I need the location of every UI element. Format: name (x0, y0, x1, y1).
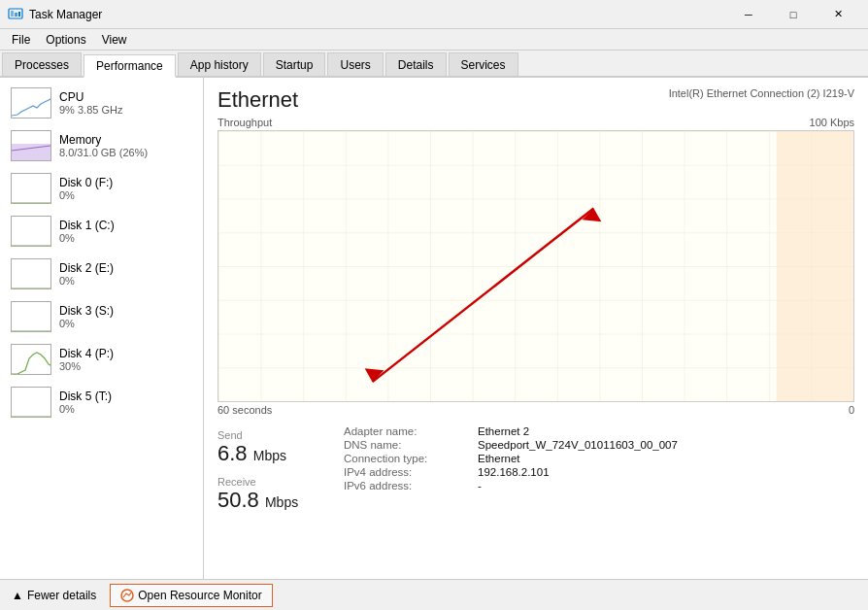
memory-name: Memory (59, 133, 195, 147)
disk3-name: Disk 3 (S:) (59, 304, 195, 318)
graph-label-bottom: 60 seconds 0 (217, 404, 854, 416)
svg-rect-1 (11, 11, 14, 17)
send-stat: Send 6.8 Mbps (217, 429, 315, 466)
menu-options[interactable]: Options (38, 31, 93, 49)
detail-val-dns: Speedport_W_724V_01011603_00_007 (478, 439, 678, 451)
svg-rect-14 (218, 131, 853, 401)
menu-bar: File Options View (0, 29, 868, 51)
tab-services[interactable]: Services (449, 52, 518, 76)
sidebar-item-disk0[interactable]: Disk 0 (F:) 0% (0, 167, 203, 210)
disk0-value: 0% (59, 189, 195, 201)
detail-val-ipv6: - (478, 480, 482, 491)
detail-val-conntype: Ethernet (478, 453, 519, 464)
disk1-value: 0% (59, 232, 195, 244)
detail-ipv4: IPv4 address: 192.168.2.101 (344, 466, 678, 478)
disk1-thumbnail (11, 216, 51, 247)
tab-details[interactable]: Details (385, 52, 447, 76)
open-resource-button[interactable]: Open Resource Monitor (110, 584, 272, 607)
detail-adapter: Adapter name: Ethernet 2 (344, 425, 678, 437)
receive-unit: Mbps (265, 494, 298, 510)
disk5-value: 0% (59, 403, 195, 415)
tab-users[interactable]: Users (327, 52, 383, 76)
disk0-info: Disk 0 (F:) 0% (59, 176, 195, 201)
tab-app-history[interactable]: App history (178, 52, 261, 76)
disk4-info: Disk 4 (P:) 30% (59, 347, 195, 372)
disk0-name: Disk 0 (F:) (59, 176, 195, 189)
memory-thumbnail (11, 130, 51, 161)
svg-rect-8 (12, 217, 51, 247)
bottom-bar: ▲ Fewer details Open Resource Monitor (0, 579, 868, 610)
cpu-thumbnail (11, 87, 51, 119)
sidebar-item-disk3[interactable]: Disk 3 (S:) 0% (0, 295, 203, 338)
detail-ipv6: IPv6 address: - (344, 480, 678, 491)
send-value: 6.8 Mbps (217, 441, 315, 466)
sidebar-item-memory[interactable]: Memory 8.0/31.0 GB (26%) (0, 124, 203, 167)
graph-container: Throughput 100 Kbps (217, 117, 854, 416)
sidebar-item-disk1[interactable]: Disk 1 (C:) 0% (0, 210, 203, 253)
menu-file[interactable]: File (4, 31, 38, 49)
fewer-details-button[interactable]: ▲ Fewer details (8, 587, 100, 604)
graph-time: 60 seconds (217, 404, 272, 416)
graph-canvas (217, 130, 854, 402)
sidebar: CPU 9% 3.85 GHz Memory 8.0/31.0 GB (26%) (0, 78, 204, 579)
details-panel: Adapter name: Ethernet 2 DNS name: Speed… (344, 425, 678, 493)
sidebar-item-disk2[interactable]: Disk 2 (E:) 0% (0, 253, 203, 295)
close-button[interactable]: ✕ (816, 0, 860, 29)
main-panel: CPU 9% 3.85 GHz Memory 8.0/31.0 GB (26%) (0, 78, 868, 579)
detail-val-ipv4: 192.168.2.101 (478, 466, 550, 478)
app-title: Task Manager (29, 8, 102, 21)
receive-value: 50.8 Mbps (217, 488, 315, 513)
tab-bar: Processes Performance App history Startu… (0, 51, 868, 78)
svg-rect-3 (18, 12, 20, 17)
title-bar: Task Manager ─ □ ✕ (0, 0, 868, 29)
detail-key-conntype: Connection type: (344, 453, 470, 464)
detail-key-ipv4: IPv4 address: (344, 466, 470, 478)
throughput-label: Throughput (217, 117, 272, 128)
disk5-info: Disk 5 (T:) 0% (59, 390, 195, 415)
graph-max: 100 Kbps (810, 117, 854, 128)
content-area: Ethernet Intel(R) Ethernet Connection (2… (204, 78, 868, 579)
disk2-thumbnail (11, 258, 51, 289)
graph-label-top: Throughput 100 Kbps (217, 117, 854, 128)
sidebar-item-disk4[interactable]: Disk 4 (P:) 30% (0, 338, 203, 381)
detail-dns: DNS name: Speedport_W_724V_01011603_00_0… (344, 439, 678, 451)
svg-rect-2 (15, 13, 17, 17)
disk4-thumbnail (11, 344, 51, 375)
cpu-value: 9% 3.85 GHz (59, 104, 195, 116)
disk2-name: Disk 2 (E:) (59, 261, 195, 275)
detail-key-ipv6: IPv6 address: (344, 480, 470, 491)
disk1-name: Disk 1 (C:) (59, 219, 195, 232)
tab-performance[interactable]: Performance (83, 54, 176, 78)
content-subtitle: Intel(R) Ethernet Connection (2) I219-V (669, 87, 854, 99)
memory-info: Memory 8.0/31.0 GB (26%) (59, 133, 195, 158)
minimize-button[interactable]: ─ (726, 0, 771, 29)
resource-monitor-icon (120, 589, 134, 602)
tab-startup[interactable]: Startup (263, 52, 326, 76)
sidebar-item-disk5[interactable]: Disk 5 (T:) 0% (0, 381, 203, 424)
disk0-thumbnail (11, 173, 51, 204)
content-title: Ethernet (217, 87, 298, 113)
stats-row: Send 6.8 Mbps Receive 50.8 Mbps (217, 429, 315, 513)
send-label: Send (217, 429, 315, 441)
cpu-info: CPU 9% 3.85 GHz (59, 90, 195, 116)
disk5-thumbnail (11, 387, 51, 418)
maximize-button[interactable]: □ (771, 0, 816, 29)
app-icon (8, 7, 23, 22)
send-unit: Mbps (253, 448, 286, 463)
disk2-info: Disk 2 (E:) 0% (59, 261, 195, 287)
disk5-name: Disk 5 (T:) (59, 390, 195, 403)
svg-rect-7 (12, 174, 51, 204)
detail-key-adapter: Adapter name: (344, 425, 470, 437)
sidebar-item-cpu[interactable]: CPU 9% 3.85 GHz (0, 82, 203, 124)
tab-processes[interactable]: Processes (2, 52, 82, 76)
memory-value: 8.0/31.0 GB (26%) (59, 147, 195, 158)
disk3-thumbnail (11, 301, 51, 332)
svg-rect-10 (12, 302, 51, 332)
menu-view[interactable]: View (94, 31, 135, 49)
disk3-value: 0% (59, 318, 195, 329)
window-controls: ─ □ ✕ (726, 0, 860, 29)
detail-conntype: Connection type: Ethernet (344, 453, 678, 464)
open-resource-label: Open Resource Monitor (138, 589, 261, 602)
cpu-name: CPU (59, 90, 195, 104)
fewer-details-label: Fewer details (27, 589, 96, 602)
